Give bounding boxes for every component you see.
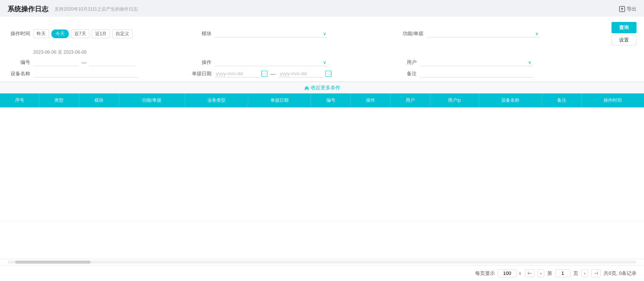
table-header-cell: 单据日期 [248,93,311,107]
export-button[interactable]: 导出 [619,6,636,12]
next-page-button[interactable]: › [581,269,588,277]
first-page-button[interactable]: ⊢ [525,269,534,277]
remark-filter-group: 备注 [390,70,591,78]
custom-btn[interactable]: 自定义 [112,29,133,38]
pagination: 每页显示 ∨ ⊢ ‹ 第 页 › ⊣ 共0页, 0条记录 [0,265,644,281]
operation-filter-group: 操作 ∨ [189,59,390,66]
calendar-start-icon[interactable] [261,71,267,77]
table-header-cell: 序号 [0,93,39,107]
collapse-bar[interactable]: 收起更多条件 [0,82,644,93]
table-header-cell: 设备名称 [479,93,542,107]
code-start-input[interactable] [33,59,79,66]
function-select[interactable]: ∨ [427,30,540,37]
user-filter-group: 用户 ∨ [390,59,591,66]
table-header-cell: 功能/单据 [119,93,185,107]
date-range-display: 2023-06-06 至 2023-06-06 [33,50,86,55]
device-label: 设备名称 [8,70,30,77]
last1month-btn[interactable]: 近1月 [92,29,110,38]
collapse-label: 收起更多条件 [311,84,340,91]
module-filter-group: 模块 ∨ [189,30,397,37]
table-header-cell: 类型 [39,93,79,107]
today-btn[interactable]: 今天 [51,29,69,38]
data-table: 序号类型模块功能/单据业务类型单据日期编号操作用户用户ip设备名称备注操作时间 [0,93,644,221]
page-unit: 页 [573,270,578,277]
export-label: 导出 [627,6,636,12]
filter-row-1: 操作时间 昨天 今天 近7天 近1月 自定义 模块 ∨ 功能/单据 [8,22,636,45]
time-buttons: 昨天 今天 近7天 近1月 自定义 [33,29,133,38]
collapse-icon [304,85,309,90]
table-header-cell: 备注 [542,93,581,107]
page-subtitle: 支持2020年10月31日之后产生的操作日志 [54,6,138,12]
query-button[interactable]: 查询 [612,22,636,33]
operation-select[interactable]: ∨ [215,59,328,66]
function-chevron-icon: ∨ [535,31,539,36]
last7days-btn[interactable]: 近7天 [71,29,90,38]
voucher-date-start-input[interactable] [215,70,260,78]
yesterday-btn[interactable]: 昨天 [33,29,49,38]
module-chevron-icon: ∨ [323,31,326,36]
operation-chevron-icon: ∨ [323,60,326,65]
operation-label: 操作 [189,59,212,66]
empty-row [0,107,644,221]
scroll-bar-wrapper [0,259,644,265]
calendar-end-icon[interactable] [325,71,331,77]
page-number-input[interactable] [555,269,570,277]
table-header: 序号类型模块功能/单据业务类型单据日期编号操作用户用户ip设备名称备注操作时间 [0,93,644,107]
code-end-input[interactable] [90,59,135,66]
user-select[interactable]: ∨ [420,59,533,66]
scroll-bar-track [8,261,636,264]
user-label: 用户 [390,59,417,66]
prev-page-button[interactable]: ‹ [537,269,544,277]
time-filter-group: 操作时间 昨天 今天 近7天 近1月 自定义 [8,29,189,38]
function-filter-group: 功能/单据 ∨ [397,30,606,37]
module-label: 模块 [189,30,212,37]
filter-row-2: 编号 — 操作 ∨ 用户 ∨ [8,59,636,66]
filter-section: 操作时间 昨天 今天 近7天 近1月 自定义 模块 ∨ 功能/单据 [0,17,644,82]
page-size-chevron: ∨ [518,270,522,276]
page-title: 系统操作日志 [8,5,48,14]
device-filter-group: 设备名称 [8,70,189,78]
empty-area [0,107,644,221]
page-size-input[interactable] [498,269,517,277]
page-label: 第 [547,270,552,277]
action-buttons: 查询 设置 [612,22,636,45]
table-header-cell: 编号 [311,93,351,107]
per-page-label: 每页显示 [475,270,495,277]
table-header-cell: 操作 [351,93,390,107]
page-header: 系统操作日志 支持2020年10月31日之后产生的操作日志 导出 [0,0,644,17]
total-records: 共0页, 0条记录 [604,270,636,277]
table-header-cell: 用户ip [430,93,479,107]
settings-button[interactable]: 设置 [612,35,636,45]
voucher-date-end-input[interactable] [278,70,324,78]
user-chevron-icon: ∨ [528,60,531,65]
function-label: 功能/单据 [397,30,424,37]
code-dash: — [82,60,86,65]
table-header-row: 序号类型模块功能/单据业务类型单据日期编号操作用户用户ip设备名称备注操作时间 [0,93,644,107]
operation-time-label: 操作时间 [8,30,30,37]
table-body [0,107,644,221]
voucher-date-label: 单据日期 [189,70,212,77]
code-label: 编号 [8,59,30,66]
filter-row-3: 设备名称 单据日期 — 备注 [8,70,636,78]
last-page-button[interactable]: ⊣ [591,269,601,277]
remark-label: 备注 [390,70,417,77]
table-header-cell: 操作时间 [581,93,644,107]
table-header-cell: 业务类型 [185,93,248,107]
voucher-date-filter-group: 单据日期 — [189,70,390,78]
code-filter-group: 编号 — [8,59,189,66]
table-header-cell: 用户 [390,93,430,107]
scroll-bar-thumb[interactable] [15,261,91,264]
voucher-date-dash: — [270,71,275,77]
remark-input[interactable] [420,70,533,78]
page-size-select[interactable]: ∨ [498,269,522,277]
page-wrapper: 系统操作日志 支持2020年10月31日之后产生的操作日志 导出 操作时间 昨天… [0,0,644,281]
export-icon [619,6,625,12]
table-header-cell: 模块 [79,93,119,107]
device-input[interactable] [33,70,139,78]
table-section: 序号类型模块功能/单据业务类型单据日期编号操作用户用户ip设备名称备注操作时间 [0,93,644,259]
module-select[interactable]: ∨ [215,30,328,37]
